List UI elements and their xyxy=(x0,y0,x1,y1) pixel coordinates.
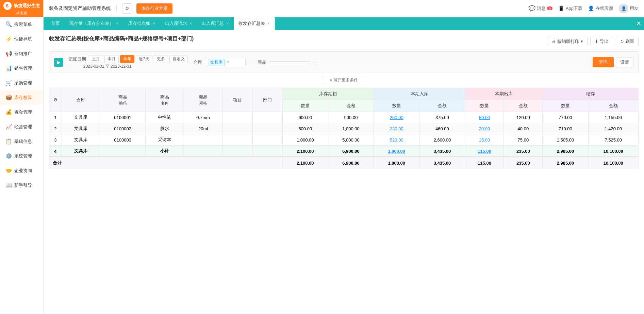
td-project xyxy=(222,123,252,134)
logo-subtitle: 标准版 xyxy=(16,11,27,16)
query-btn[interactable]: 查询 xyxy=(593,57,614,67)
sidebar-item-business[interactable]: 📈 经营管理 xyxy=(0,119,43,134)
sidebar-item-search[interactable]: 🔍 搜索菜单 xyxy=(0,17,43,32)
in-qty-link[interactable]: 250.00 xyxy=(390,115,403,120)
td-warehouse: 文具库 xyxy=(62,134,100,146)
online-service-btn[interactable]: 👤 在线客服 xyxy=(588,5,613,12)
td-out-amt: 235.00 xyxy=(504,146,543,157)
date-btn-last-month[interactable]: 上月 xyxy=(89,55,103,63)
th-warehouse: 仓库 xyxy=(62,88,100,112)
warehouse-more-dots[interactable]: ··· xyxy=(248,60,252,65)
td-out-amt: 40.00 xyxy=(504,123,543,134)
tab-inventory-dist[interactable]: 现存量（库存分布表） ✕ xyxy=(65,17,123,30)
date-btn-this-month[interactable]: 本月 xyxy=(104,55,119,63)
goods-more-dots[interactable]: ··· xyxy=(313,60,316,65)
td-out-qty: 80.00 xyxy=(465,112,504,123)
app-download-btn[interactable]: 📱 App下载 xyxy=(558,5,582,12)
messages-btn[interactable]: 💬 消息 6 xyxy=(529,5,552,12)
th-out: 本期出库 xyxy=(465,88,543,100)
in-qty-link[interactable]: 230.00 xyxy=(390,126,403,131)
chevron-down-icon: ▾ xyxy=(581,39,583,44)
tab-inout-summary[interactable]: 出入库汇总 ✕ xyxy=(197,17,234,30)
export-btn[interactable]: ⬇ 导出 xyxy=(590,37,613,46)
table-settings-icon[interactable]: ⚙ xyxy=(53,97,57,102)
date-btn-7days[interactable]: 近7天 xyxy=(136,55,152,63)
goods-label: 商品 xyxy=(258,59,266,65)
avatar: 👤 xyxy=(619,4,628,13)
td-code xyxy=(100,146,145,157)
th-project: 项目 xyxy=(222,88,252,112)
out-qty-link[interactable]: 15.00 xyxy=(479,137,490,143)
sidebar-item-system[interactable]: ⚙️ 系统管理 xyxy=(0,149,43,163)
warehouse-input[interactable]: 文具库 ✕ xyxy=(205,58,246,67)
goods-input[interactable] xyxy=(269,61,310,63)
print-btn[interactable]: 🖨 核销版打印 ▾ xyxy=(547,37,588,46)
page-content: 收发存汇总表(按仓库+商品编码+商品+规格型号+项目+部门) 🖨 核销版打印 ▾… xyxy=(44,30,644,314)
tabs-bar: 首页 现存量（库存分布表） ✕ 库存批次账 ✕ 出入库流水 ✕ 出入库汇总 ✕ … xyxy=(44,17,644,30)
data-table: ⚙ 仓库 商品编码 商品名称 商品规格 项目 部门 库存期初 本期入库 本期出库… xyxy=(49,88,638,169)
tab-batch[interactable]: 库存批次账 ✕ xyxy=(123,17,160,30)
td-out-qty: 115.00 xyxy=(465,146,504,157)
tab-inout-summary-close[interactable]: ✕ xyxy=(226,21,229,26)
footer-open-amt: 6,900.00 xyxy=(328,157,374,169)
td-in-amt: 460.00 xyxy=(419,123,465,134)
td-open-amt: 6,900.00 xyxy=(328,146,374,157)
tab-batch-close[interactable]: ✕ xyxy=(152,21,155,26)
td-in-qty: 1,000.00 xyxy=(374,146,419,157)
in-qty-link[interactable]: 520.00 xyxy=(390,137,403,143)
sidebar-item-quicknav[interactable]: ⚡ 快捷导航 xyxy=(0,32,43,46)
sidebar-label-basic: 基础信息 xyxy=(14,138,32,145)
settings-button[interactable]: ⚙ xyxy=(122,3,132,14)
user-btn[interactable]: 👤 用友 xyxy=(619,4,639,13)
table-row: 2 文具库 0100002 胶水 20ml 500.00 1,000.00 23… xyxy=(49,123,638,134)
close-all-tabs[interactable]: ✕ xyxy=(636,20,641,27)
in-qty-link[interactable]: 1,000.00 xyxy=(388,149,405,154)
sidebar: 6 畅捷通好生意 标准版 🔍 搜索菜单 ⚡ 快捷导航 📢 营销推广 📊 销售管理… xyxy=(0,0,44,314)
sidebar-item-collab[interactable]: 🤝 企业协同 xyxy=(0,163,43,178)
page-body: 收发存汇总表(按仓库+商品编码+商品+规格型号+项目+部门) 🖨 核销版打印 ▾… xyxy=(44,30,644,314)
sidebar-item-sales[interactable]: 📊 销售管理 xyxy=(0,61,43,76)
sidebar-label-purchase: 采购管理 xyxy=(14,80,32,86)
tab-home[interactable]: 首页 xyxy=(46,17,65,30)
th-code: 商品编码 xyxy=(100,88,145,112)
sidebar-label-search: 搜索菜单 xyxy=(14,21,32,28)
filter-toggle-btn[interactable]: ▶ xyxy=(54,58,63,67)
out-qty-link[interactable]: 80.00 xyxy=(479,115,490,120)
tab-inout-flow[interactable]: 出入库流水 ✕ xyxy=(160,17,197,30)
date-btn-more[interactable]: 更多 xyxy=(154,55,168,63)
date-buttons: 上月 本月 本年 近7天 更多 自定义 xyxy=(89,55,188,63)
tab-recv-send-summary[interactable]: 收发存汇总表 ✕ xyxy=(234,17,275,30)
sidebar-item-basic[interactable]: 📋 基础信息 xyxy=(0,134,43,149)
out-qty-link[interactable]: 115.00 xyxy=(478,149,491,154)
td-dept xyxy=(252,123,282,134)
sidebar-item-purchase[interactable]: 🛒 采购管理 xyxy=(0,76,43,90)
sidebar-item-finance[interactable]: 💰 资金管理 xyxy=(0,105,43,119)
sidebar-label-sales: 销售管理 xyxy=(14,65,32,71)
footer-in-qty: 1,000.00 xyxy=(374,157,419,169)
refresh-btn[interactable]: ↻ 刷新 xyxy=(616,37,639,46)
tab-recv-send-close[interactable]: ✕ xyxy=(267,21,270,26)
out-qty-link[interactable]: 20.00 xyxy=(479,126,490,131)
trial-button[interactable]: 体验行业方案 xyxy=(136,3,172,14)
th-open-qty: 数量 xyxy=(282,100,328,112)
footer-out-amt: 235.00 xyxy=(504,157,543,169)
th-settings: ⚙ xyxy=(49,88,62,112)
sidebar-item-inventory[interactable]: 📦 库存核算 xyxy=(0,90,43,105)
config-btn[interactable]: 设置 xyxy=(616,57,633,67)
sales-icon: 📊 xyxy=(5,65,12,71)
td-open-amt: 900.00 xyxy=(328,112,374,123)
date-btn-custom[interactable]: 自定义 xyxy=(169,55,188,63)
sidebar-item-guide[interactable]: 📖 新手引导 xyxy=(0,178,43,193)
expand-more-btn[interactable]: ▾ 展开更多条件 xyxy=(323,76,365,84)
online-service-label: 在线客服 xyxy=(596,5,613,12)
tab-inventory-dist-close[interactable]: ✕ xyxy=(116,21,119,26)
date-btn-this-year[interactable]: 本年 xyxy=(120,55,134,63)
warehouse-tag-remove[interactable]: ✕ xyxy=(226,60,229,65)
footer-bal-qty: 2,985.00 xyxy=(543,157,588,169)
tab-batch-label: 库存批次账 xyxy=(128,20,150,27)
messages-label: 消息 xyxy=(537,5,546,12)
tab-inout-flow-close[interactable]: ✕ xyxy=(189,21,192,26)
td-spec xyxy=(184,134,222,146)
td-project xyxy=(222,146,252,157)
sidebar-item-marketing[interactable]: 📢 营销推广 xyxy=(0,46,43,61)
